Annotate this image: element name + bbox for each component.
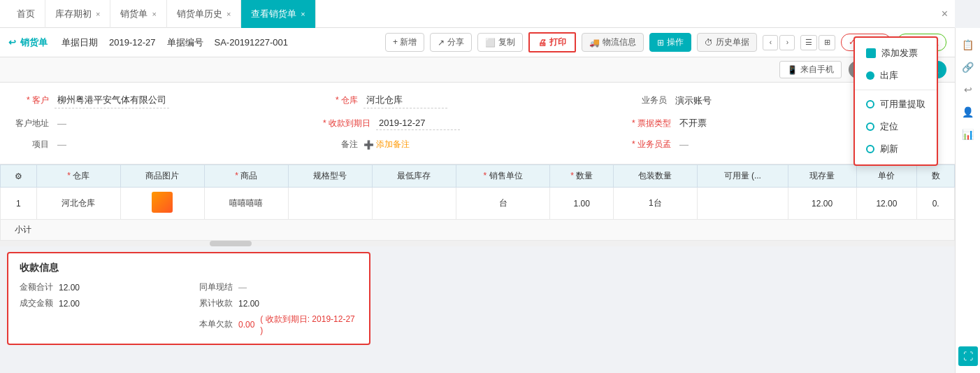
tab-sales-order-label: 销货单 (120, 8, 147, 20)
customer-value[interactable]: 柳州粤港平安气体有限公司 (55, 92, 169, 108)
col-min-stock: 最低库存 (372, 165, 456, 188)
history-icon: ⏱ (705, 38, 713, 48)
table-scrollbar[interactable] (0, 241, 955, 246)
total-amount-value: 12.00 (59, 283, 80, 293)
grid-view-icon[interactable]: ⊞ (819, 35, 835, 50)
tab-view-sales-label: 查看销货单 (251, 8, 296, 20)
menu-add-invoice[interactable]: 添加发票 (855, 42, 937, 64)
ticket-type-value: 不开票 (677, 115, 709, 131)
share-label: 分享 (447, 36, 464, 48)
form-row-1: 客户 柳州粤港平安气体有限公司 仓库 河北仓库 业务员 演示账号 (14, 92, 941, 108)
sidebar-icon-user[interactable]: 👤 (958, 102, 978, 122)
staff2-value: — (677, 138, 691, 151)
window-close-button[interactable]: × (942, 8, 948, 20)
menu-locate[interactable]: 定位 (855, 115, 937, 138)
tab-inventory-init-label: 库存期初 (55, 8, 92, 20)
cumulative-payment-label: 累计收款 (199, 297, 233, 309)
nav-arrows: ‹ › (763, 35, 795, 50)
tab-sales-order-close[interactable]: × (152, 10, 156, 18)
doc-meta: 单据日期 2019-12-27 单据编号 SA-20191227-001 (62, 36, 288, 49)
tab-sales-order[interactable]: 销货单 × (110, 0, 166, 28)
sidebar-icon-return[interactable]: ↩ (958, 80, 978, 99)
payment-section: 收款信息 金额合计 12.00 同单现结 — 成交金额 12.00 累计收款 1… (7, 252, 370, 345)
prev-arrow[interactable]: ‹ (763, 35, 778, 50)
table-subtotal-row: 小计 (1, 220, 955, 241)
due-date-text: ( 收款到期日: 2019-12-27 ) (260, 314, 358, 335)
tab-inventory-init-close[interactable]: × (96, 10, 100, 18)
next-arrow[interactable]: › (779, 35, 795, 50)
sidebar-icon-expand[interactable]: ⛶ (958, 346, 978, 351)
col-settings[interactable]: ⚙ (1, 165, 37, 188)
cell-sales-unit: 台 (456, 188, 550, 220)
payment-date-field: 收款到期日 2019-12-27 (323, 116, 632, 130)
menu-available-fetch[interactable]: 可用量提取 (855, 93, 937, 115)
staff-label: 业务员 (632, 94, 667, 106)
print-icon: 🖨 (538, 38, 547, 48)
logistics-button[interactable]: 🚚 物流信息 (582, 33, 644, 52)
print-button[interactable]: 🖨 打印 (531, 34, 573, 51)
scrollbar-thumb (210, 241, 252, 246)
settlement-label: 同单现结 (199, 281, 233, 293)
logistics-icon: 🚚 (589, 38, 600, 48)
cumulative-payment-value: 12.00 (238, 299, 259, 309)
print-button-wrapper: 🖨 打印 (528, 32, 576, 52)
cell-warehouse: 河北仓库 (36, 188, 120, 220)
project-value: — (55, 138, 69, 151)
sub-toolbar: 📱 来自手机 未开票 ✓ 已确认 (0, 57, 955, 83)
table-header-row: ⚙ 仓库 商品图片 商品 规格型号 最低库存 销售单位 数量 包装数量 可用量 … (1, 165, 955, 188)
cell-quantity[interactable]: 1.00 (550, 188, 613, 220)
tab-sales-history[interactable]: 销货单历史 × (167, 0, 241, 28)
cumulative-row: 累计收款 12.00 (199, 297, 358, 309)
cell-min-stock (372, 188, 456, 220)
col-unit-price: 单价 (856, 165, 917, 188)
tab-home-label: 首页 (17, 8, 35, 20)
cell-unit-price[interactable]: 12.00 (856, 188, 917, 220)
table-row: 1 河北仓库 嘻嘻嘻嘻 台 1.00 1台 12.00 12.00 0. (1, 188, 955, 220)
add-invoice-icon (866, 48, 876, 58)
operate-label: 操作 (667, 36, 684, 48)
add-note-button[interactable]: ➕ 添加备注 (363, 139, 410, 150)
tab-view-sales-close[interactable]: × (301, 10, 305, 18)
copy-icon: ⬜ (485, 38, 496, 48)
operate-button[interactable]: ⊞ 操作 (649, 33, 691, 52)
tab-home[interactable]: 首页 (7, 0, 45, 28)
from-mobile-button[interactable]: 📱 来自手机 (779, 61, 842, 78)
cell-spec (288, 188, 372, 220)
sidebar-icon-chart[interactable]: 📊 (958, 125, 978, 144)
tab-view-sales[interactable]: 查看销货单 × (241, 0, 315, 28)
number-label: 单据编号 (167, 36, 203, 49)
tab-inventory-init[interactable]: 库存期初 × (45, 0, 110, 28)
col-product-img: 商品图片 (120, 165, 204, 188)
payment-date-value[interactable]: 2019-12-27 (376, 116, 460, 130)
add-invoice-label: 添加发票 (881, 47, 918, 59)
tab-sales-history-close[interactable]: × (226, 10, 231, 18)
list-view-icon[interactable]: ☰ (800, 35, 817, 50)
ticket-type-label: 票据类型 (632, 118, 671, 129)
cell-product-img (120, 188, 204, 220)
sidebar-icon-doc[interactable]: 📋 (958, 35, 978, 55)
history-button[interactable]: ⏱ 历史单据 (697, 33, 757, 52)
menu-outbound[interactable]: 出库 (855, 64, 937, 87)
col-spec: 规格型号 (288, 165, 372, 188)
share-button[interactable]: ↗ 分享 (430, 33, 472, 52)
cell-available (697, 188, 788, 220)
locate-icon (866, 122, 874, 131)
product-table-wrap: ⚙ 仓库 商品图片 商品 规格型号 最低库存 销售单位 数量 包装数量 可用量 … (0, 164, 955, 241)
new-label: + 新增 (393, 36, 417, 48)
operate-icon: ⊞ (657, 38, 664, 48)
warehouse-value[interactable]: 河北仓库 (363, 92, 447, 108)
settlement-row: 同单现结 — (199, 281, 358, 293)
sidebar-icon-link[interactable]: 🔗 (958, 57, 978, 77)
form-area: 客户 柳州粤港平安气体有限公司 仓库 河北仓库 业务员 演示账号 客户地址 — … (0, 83, 955, 164)
subtotal-label: 小计 (1, 220, 955, 241)
col-stock: 现存量 (788, 165, 856, 188)
staff2-label: 业务员孟 (632, 139, 671, 150)
settlement-value: — (238, 283, 247, 293)
new-button[interactable]: + 新增 (385, 33, 424, 52)
cell-product[interactable]: 嘻嘻嘻嘻 (204, 188, 288, 220)
copy-button[interactable]: ⬜ 复制 (477, 33, 523, 52)
date-label: 单据日期 (62, 36, 98, 49)
address-label: 客户地址 (14, 118, 49, 129)
menu-refresh[interactable]: 刷新 (855, 138, 937, 160)
product-image (152, 192, 173, 213)
